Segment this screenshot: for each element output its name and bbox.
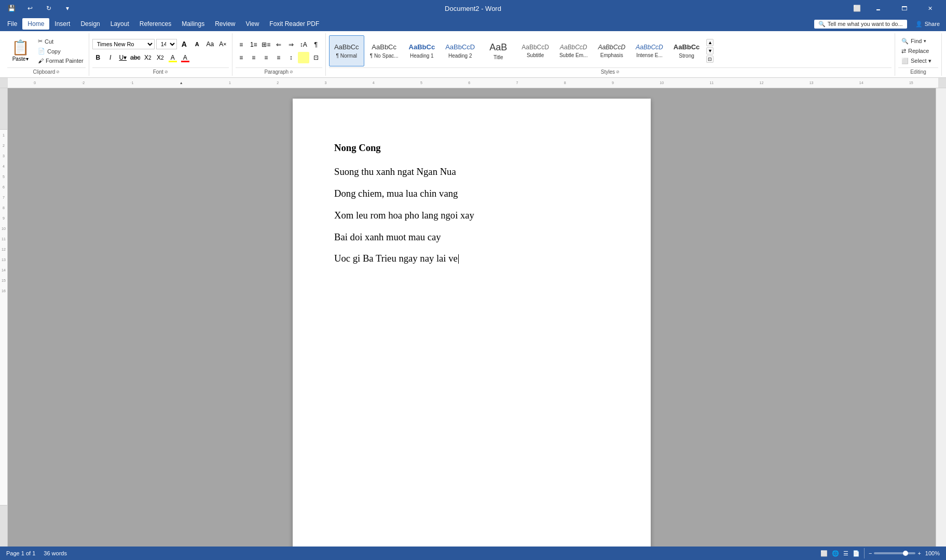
align-left-button[interactable]: ≡: [236, 52, 247, 63]
style-intense-em-preview: AaBbCcD: [636, 44, 663, 52]
view-draft-icon[interactable]: 📄: [853, 550, 860, 557]
shrink-font-button[interactable]: A: [191, 38, 203, 50]
paragraph-expand[interactable]: ⊘: [290, 70, 293, 74]
paste-button[interactable]: 📋 Paste▾: [7, 37, 34, 65]
find-icon: 🔍: [901, 38, 909, 45]
style-emphasis[interactable]: AaBbCcD Emphasis: [593, 35, 630, 66]
styles-scroll-down[interactable]: ▼: [706, 47, 714, 54]
customize-quick-access[interactable]: ▾: [60, 1, 75, 16]
format-painter-icon: 🖌: [38, 58, 44, 64]
change-case-button[interactable]: Aa: [204, 38, 216, 50]
bold-button[interactable]: B: [92, 52, 104, 63]
view-outline-icon[interactable]: ☰: [843, 550, 848, 557]
view-web-icon[interactable]: 🌐: [832, 550, 839, 557]
style-subtle-em[interactable]: AaBbCcD Subtle Em...: [555, 35, 592, 66]
ribbon-display-button[interactable]: ⬜: [849, 1, 864, 16]
style-normal[interactable]: AaBbCc ¶ Normal: [329, 35, 364, 66]
font-family-select[interactable]: Times New Ro: [92, 39, 155, 49]
maximize-button[interactable]: 🗖: [892, 0, 916, 17]
style-heading2[interactable]: AaBbCcD Heading 2: [441, 35, 479, 66]
menu-mailings[interactable]: Mailings: [176, 18, 210, 30]
ruler-numbers-vertical: 1 2 3 4 5 6 7 8 9 10 11 12 13 14 15 16: [0, 130, 7, 505]
undo-button[interactable]: ↩: [23, 1, 37, 16]
para-row1: ≡ 1≡ ⊞≡ ⇐ ⇒ ↕A ¶: [236, 39, 322, 50]
menu-home[interactable]: Home: [22, 18, 49, 30]
copy-button[interactable]: 📄 Copy: [36, 47, 86, 56]
document-area[interactable]: Nong Cong Suong thu xanh ngat Ngan Nua D…: [8, 88, 936, 547]
menu-references[interactable]: References: [134, 18, 176, 30]
style-strong-preview: AaBbCc: [674, 43, 700, 52]
zoom-thumb[interactable]: [903, 551, 908, 556]
style-intense-em[interactable]: AaBbCcD Intense E...: [631, 35, 668, 66]
text-highlight-button[interactable]: A: [167, 52, 179, 63]
style-no-spacing[interactable]: AaBbCc ¶ No Spac...: [365, 35, 403, 66]
styles-label: Styles ⊘: [329, 67, 892, 76]
font-color-button[interactable]: A: [180, 52, 191, 63]
superscript-button[interactable]: X2: [155, 52, 166, 63]
title-bar-left: 💾 ↩ ↻ ▾: [4, 1, 75, 16]
font-expand[interactable]: ⊘: [164, 70, 168, 74]
menu-view[interactable]: View: [241, 18, 265, 30]
menu-insert[interactable]: Insert: [49, 18, 75, 30]
editing-buttons: 🔍 Find ▾ ⇄ Replace ⬜ Select ▾: [898, 37, 935, 65]
multilevel-button[interactable]: ⊞≡: [261, 39, 272, 50]
minimize-button[interactable]: 🗕: [866, 0, 890, 17]
select-button[interactable]: ⬜ Select ▾: [898, 57, 935, 65]
style-strong-label: Strong: [679, 53, 694, 59]
word-count[interactable]: 36 words: [44, 550, 67, 556]
close-button[interactable]: ✕: [918, 0, 942, 17]
styles-expand-btn[interactable]: ⊘: [616, 70, 620, 74]
page-info[interactable]: Page 1 of 1: [6, 550, 35, 556]
zoom-in-button[interactable]: +: [917, 550, 921, 556]
style-strong[interactable]: AaBbCc Strong: [669, 35, 705, 66]
menu-foxit[interactable]: Foxit Reader PDF: [264, 18, 324, 30]
status-separator: [864, 548, 865, 558]
show-marks-button[interactable]: ¶: [310, 39, 322, 50]
main-area: 1 2 3 4 5 6 7 8 9 10 11 12 13 14 15 16 N…: [0, 88, 946, 547]
doc-line-2: Dong chiem, mua lua chin vang: [334, 186, 609, 201]
clipboard-expand[interactable]: ⊘: [56, 70, 60, 74]
zoom-slider[interactable]: [874, 552, 915, 554]
borders-button[interactable]: ⊡: [310, 52, 322, 63]
document-page[interactable]: Nong Cong Suong thu xanh ngat Ngan Nua D…: [293, 99, 651, 547]
menu-design[interactable]: Design: [75, 18, 105, 30]
style-title[interactable]: AaB Title: [481, 35, 516, 66]
editing-content: 🔍 Find ▾ ⇄ Replace ⬜ Select ▾: [898, 35, 938, 66]
strikethrough-button[interactable]: abc: [130, 52, 141, 63]
replace-button[interactable]: ⇄ Replace: [898, 47, 935, 56]
format-painter-button[interactable]: 🖌 Format Painter: [36, 57, 86, 65]
bullets-button[interactable]: ≡: [236, 39, 247, 50]
style-subtitle[interactable]: AaBbCcD Subtitle: [517, 35, 554, 66]
italic-button[interactable]: I: [105, 52, 116, 63]
search-bar[interactable]: 🔍 Tell me what you want to do...: [814, 20, 907, 29]
subscript-button[interactable]: X2: [142, 52, 154, 63]
cut-button[interactable]: ✂ Cut: [36, 37, 86, 46]
line-spacing-button[interactable]: ↕: [285, 52, 297, 63]
numbering-button[interactable]: 1≡: [248, 39, 259, 50]
view-print-icon[interactable]: ⬜: [820, 550, 828, 557]
style-heading1[interactable]: AaBbCc Heading 1: [404, 35, 440, 66]
find-button[interactable]: 🔍 Find ▾: [898, 37, 935, 46]
shading-button[interactable]: [298, 52, 309, 63]
align-right-button[interactable]: ≡: [261, 52, 272, 63]
grow-font-button[interactable]: A: [179, 38, 190, 50]
align-center-button[interactable]: ≡: [248, 52, 259, 63]
zoom-out-button[interactable]: −: [869, 550, 872, 556]
save-button[interactable]: 💾: [4, 1, 19, 16]
para-row2: ≡ ≡ ≡ ≡ ↕ ⊡: [236, 52, 322, 63]
justify-button[interactable]: ≡: [273, 52, 284, 63]
styles-scroll-up[interactable]: ▲: [706, 39, 714, 46]
redo-button[interactable]: ↻: [42, 1, 56, 16]
share-button[interactable]: 👤 Share: [911, 20, 944, 29]
underline-button[interactable]: U▾: [117, 52, 129, 63]
increase-indent-button[interactable]: ⇒: [285, 39, 297, 50]
decrease-indent-button[interactable]: ⇐: [273, 39, 284, 50]
menu-layout[interactable]: Layout: [105, 18, 134, 30]
styles-expand[interactable]: ⊡: [706, 56, 714, 63]
clear-format-button[interactable]: A✕: [217, 38, 229, 50]
zoom-level[interactable]: 100%: [925, 550, 940, 556]
font-size-select[interactable]: 14: [156, 39, 177, 49]
menu-file[interactable]: File: [2, 18, 22, 30]
sort-button[interactable]: ↕A: [298, 39, 309, 50]
menu-review[interactable]: Review: [210, 18, 240, 30]
